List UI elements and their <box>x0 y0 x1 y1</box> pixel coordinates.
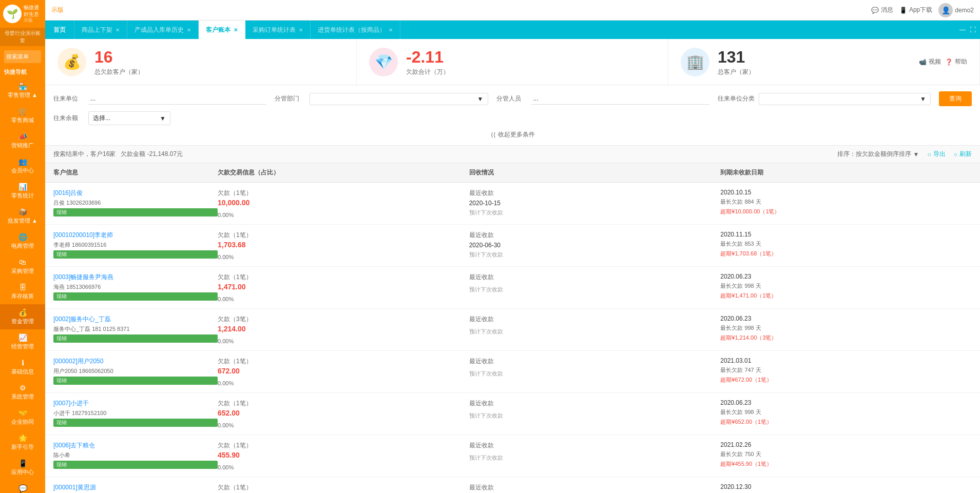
tab-maximize-icon[interactable]: ⛶ <box>970 26 976 33</box>
due-overdue-5[interactable]: 超期¥652.00（1笔） <box>720 418 972 426</box>
logo-icon: 🌱 <box>3 5 22 23</box>
recovery-sub-2: 预计下次收款 <box>469 286 721 293</box>
balance-chevron-icon: ▼ <box>160 115 166 122</box>
person-input[interactable]: ... <box>531 93 709 105</box>
sidebar-item-label: 经营管理 <box>11 343 34 350</box>
table-row: [000001]黄思源 黄思源 13552700226 现销 欠款（1笔） 42… <box>45 477 980 493</box>
export-button[interactable]: ○ 导出 <box>928 150 946 159</box>
customer-name-3[interactable]: [0002]服务中心_丁磊 <box>53 315 218 324</box>
tab-bar: 首页 商品上下架 ✕ 产成品入库单历史 ✕ 客户账本 ✕ 采购订单统计表 ✕ 进… <box>45 21 980 39</box>
sidebar-item-retail-mgmt[interactable]: 🏪 零售管理 ▲ <box>0 78 45 103</box>
sidebar-item-label: 库存核算 <box>11 292 34 300</box>
message-button[interactable]: 💬 消息 <box>871 6 893 14</box>
system-icon: ⚙ <box>20 384 26 392</box>
sidebar-item-finance[interactable]: 💰 资金管理 <box>0 304 45 329</box>
customer-tag-3: 现销 <box>53 334 218 343</box>
home-link[interactable]: 示版 <box>51 6 64 14</box>
sidebar-item-members[interactable]: 👥 会员中心 <box>0 153 45 179</box>
tab-inventory-close[interactable]: ✕ <box>389 27 393 33</box>
sidebar-item-basic-info[interactable]: ℹ 基础信息 <box>0 354 45 380</box>
help-button[interactable]: ❓ 帮助 <box>945 57 967 66</box>
tab-purchase-close[interactable]: ✕ <box>299 27 303 33</box>
app-center-icon: 📱 <box>18 459 27 467</box>
sort-select[interactable]: 排序：按欠款金额倒序排序 ▼ <box>837 150 919 159</box>
sidebar-item-business[interactable]: 📈 经营管理 <box>0 329 45 354</box>
tab-purchase-label: 采购订单统计表 <box>253 26 296 34</box>
recovery-info-7: 最近收款 预计下次收款 <box>469 483 721 493</box>
retail-mall-icon: 🛒 <box>18 107 27 115</box>
due-overdue-2[interactable]: 超期¥1,471.00（1笔） <box>720 292 972 300</box>
refresh-button[interactable]: ○ 刷新 <box>954 150 972 159</box>
search-button[interactable]: 查询 <box>939 91 972 106</box>
due-overdue-0[interactable]: 超期¥10,000.00（1笔） <box>720 208 972 215</box>
sidebar-item-purchase[interactable]: 🛍 采购管理 <box>0 254 45 279</box>
retail-mgmt-icon: 🏪 <box>18 82 27 90</box>
sidebar-item-retail-mall[interactable]: 🛒 零售商城 <box>0 103 45 128</box>
from-unit-label: 往来单位 <box>53 94 84 103</box>
customer-tag-2: 现销 <box>53 292 218 301</box>
customer-name-1[interactable]: [00010200010]李老师 <box>53 231 218 240</box>
sidebar-item-newcomer[interactable]: 🌟 新手引导 <box>0 430 45 455</box>
due-overdue-6[interactable]: 超期¥455.90（1笔） <box>720 460 972 468</box>
customer-name-5[interactable]: [0007]小进干 <box>53 399 218 408</box>
collapse-row[interactable]: ⟨⟨ 收起更多条件 <box>53 130 972 139</box>
debt-ratio-0: 0.00% <box>218 212 469 218</box>
recovery-label-5: 最近收款 <box>469 399 721 408</box>
tab-production[interactable]: 产成品入库单历史 ✕ <box>127 21 199 39</box>
customer-name-7[interactable]: [000001]黄思源 <box>53 483 218 492</box>
results-info: 搜索结果中，客户16家 欠款金额 -21,148.07元 <box>53 150 183 159</box>
table-row: [0006]去下粮仓 陈小希 现销 欠款（1笔） 455.90 0.00% 最近… <box>45 435 980 477</box>
sidebar-item-enterprise[interactable]: 🤝 企业协同 <box>0 405 45 430</box>
due-overdue-4[interactable]: 超期¥672.00（1笔） <box>720 376 972 384</box>
customer-sub-2: 海燕 18513066976 <box>53 283 218 291</box>
debt-count-3: 欠款（3笔） <box>218 315 469 324</box>
sidebar-item-retail-stats[interactable]: 📊 零售统计 <box>0 179 45 204</box>
sidebar-item-app-center[interactable]: 📱 应用中心 <box>0 455 45 480</box>
video-button[interactable]: 📹 视频 <box>919 57 941 66</box>
tab-actions: — ⛶ <box>959 26 980 33</box>
tab-purchase[interactable]: 采购订单统计表 ✕ <box>245 21 311 39</box>
tab-inventory[interactable]: 进货单统计表（按商品） ✕ <box>311 21 400 39</box>
customer-name-2[interactable]: [0003]畅捷服务尹海燕 <box>53 273 218 282</box>
debt-count-5: 欠款（1笔） <box>218 399 469 408</box>
tab-products[interactable]: 商品上下架 ✕ <box>74 21 127 39</box>
balance-select[interactable]: 选择... ▼ <box>88 111 170 125</box>
tab-products-close[interactable]: ✕ <box>116 27 120 33</box>
tab-customer[interactable]: 客户账本 ✕ <box>199 21 245 39</box>
due-overdue-1[interactable]: 超期¥1,703.68（1笔） <box>720 250 972 258</box>
recovery-sub-3: 预计下次收款 <box>469 328 721 336</box>
sidebar-item-marketing[interactable]: 📣 营销推广 <box>0 128 45 153</box>
recovery-label-0: 最近收款 <box>469 189 721 198</box>
from-unit-input[interactable]: ... <box>88 93 266 105</box>
col-recovery: 回收情况 <box>469 168 721 177</box>
sidebar-item-system[interactable]: ⚙ 系统管理 <box>0 380 45 405</box>
tab-customer-close[interactable]: ✕ <box>234 27 238 33</box>
sidebar-item-inventory[interactable]: 🗄 库存核算 <box>0 279 45 304</box>
user-profile[interactable]: 👤 demo2 <box>938 3 974 17</box>
unit-type-select[interactable]: ▼ <box>759 93 931 105</box>
due-overdue-3[interactable]: 超期¥1,214.00（3笔） <box>720 334 972 342</box>
customer-name-6[interactable]: [0006]去下粮仓 <box>53 441 218 450</box>
dept-select[interactable]: ▼ <box>310 93 488 105</box>
tab-home[interactable]: 首页 <box>45 21 74 39</box>
tab-inventory-label: 进货单统计表（按商品） <box>318 26 386 34</box>
tab-production-close[interactable]: ✕ <box>187 27 191 33</box>
sidebar-item-label: 系统管理 <box>11 393 34 401</box>
search-menu-button[interactable]: 搜索菜单 <box>4 50 41 63</box>
table-row: [0002]服务中心_丁磊 服务中心_丁磊 181 0125 8371 现销 欠… <box>45 309 980 351</box>
customer-info-4: [000002]用户2050 用户2050 18665062050 现销 <box>53 357 218 385</box>
debt-ratio-2: 0.00% <box>218 296 469 302</box>
app-download-button[interactable]: 📱 App下载 <box>899 6 932 14</box>
customer-name-0[interactable]: [0016]吕俊 <box>53 189 218 198</box>
due-info-2: 2020.06.23 最长欠款 998 天 超期¥1,471.00（1笔） <box>720 273 972 300</box>
sidebar-item-batch-mgmt[interactable]: 📦 批发管理 ▲ <box>0 204 45 229</box>
results-amount-label: 欠款金额 <box>121 150 145 157</box>
tab-minimize-icon[interactable]: — <box>959 26 966 33</box>
collapse-label: 收起更多条件 <box>498 130 535 139</box>
sidebar-item-enterprise-wx[interactable]: 💬 企业微信 <box>0 480 45 493</box>
customer-name-4[interactable]: [000002]用户2050 <box>53 357 218 366</box>
sidebar-item-ecommerce[interactable]: 🌐 电商管理 <box>0 229 45 254</box>
due-date-2: 2020.06.23 <box>720 273 972 280</box>
customer-sub-4: 用户2050 18665062050 <box>53 367 218 375</box>
basic-info-icon: ℹ <box>22 359 24 367</box>
